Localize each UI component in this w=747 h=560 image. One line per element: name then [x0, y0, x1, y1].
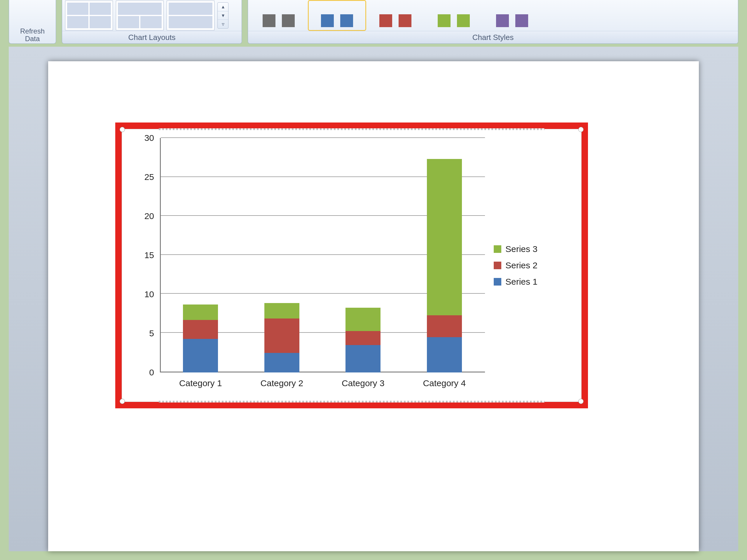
x-tick-label: Category 2 [241, 375, 323, 393]
chart-layout-option[interactable] [116, 1, 164, 30]
stacked-bar[interactable] [264, 303, 300, 372]
bar-segment[interactable] [427, 337, 462, 372]
legend-label: Series 3 [506, 244, 538, 254]
ribbon-group-chart-layouts: ▴ ▾ ▿ Chart Layouts [62, 0, 242, 44]
plot-area[interactable]: 051015202530 Category 1Category 2Categor… [134, 138, 485, 393]
style-swatch [398, 14, 411, 27]
bar-segment[interactable] [264, 303, 300, 319]
bar-segment[interactable] [345, 345, 381, 372]
refresh-data-button[interactable]: Refresh Data [12, 0, 53, 44]
bar-slot [404, 138, 485, 372]
chart-layout-option[interactable] [166, 1, 214, 30]
bars-container [160, 138, 485, 372]
resize-handle[interactable] [578, 399, 584, 404]
legend-item[interactable]: Series 2 [494, 261, 570, 270]
style-swatch [379, 14, 392, 27]
legend-item[interactable]: Series 1 [494, 277, 570, 287]
x-tick-label: Category 3 [323, 375, 404, 393]
legend-item[interactable]: Series 3 [494, 244, 570, 254]
stacked-bar[interactable] [183, 304, 218, 372]
document-page[interactable]: 051015202530 Category 1Category 2Categor… [48, 61, 699, 551]
y-tick-label: 30 [145, 133, 154, 143]
style-swatch [321, 14, 334, 27]
chart-highlight-border: 051015202530 Category 1Category 2Categor… [115, 123, 588, 408]
bar-segment[interactable] [264, 319, 300, 353]
stacked-bar[interactable] [345, 308, 381, 372]
ribbon-group-data: Refresh Data [9, 0, 56, 44]
stacked-bar[interactable] [427, 159, 462, 372]
ribbon-group-chart-styles: Chart Styles [248, 0, 738, 44]
x-tick-label: Category 4 [404, 375, 485, 393]
chart-layout-option[interactable] [65, 1, 113, 30]
document-workspace: 051015202530 Category 1Category 2Categor… [9, 47, 738, 551]
legend-label: Series 1 [506, 277, 538, 287]
refresh-data-label-1: Refresh [20, 27, 45, 35]
refresh-data-label-2: Data [25, 35, 40, 43]
y-tick-label: 10 [145, 289, 154, 299]
chevron-up-icon: ▴ [218, 3, 228, 11]
plot-wrap: 051015202530 Category 1Category 2Categor… [134, 138, 570, 393]
chart-layout-more-button[interactable]: ▴ ▾ ▿ [217, 2, 229, 29]
bar-segment[interactable] [264, 353, 300, 372]
expand-gallery-icon: ▿ [218, 20, 228, 28]
y-tick-label: 20 [145, 211, 154, 221]
x-axis-labels: Category 1Category 2Category 3Category 4 [160, 375, 485, 393]
chart-style-option[interactable] [368, 1, 423, 29]
resize-handle[interactable] [120, 399, 125, 404]
ribbon-group-label: Chart Styles [248, 31, 738, 44]
y-tick-label: 15 [145, 250, 154, 260]
style-swatch [438, 14, 450, 27]
chart-style-option[interactable] [484, 1, 540, 29]
bar-segment[interactable] [427, 315, 462, 337]
style-swatch [496, 14, 509, 27]
resize-handle[interactable] [120, 127, 125, 132]
x-tick-label: Category 1 [160, 375, 241, 393]
selection-edge[interactable] [159, 128, 544, 130]
style-swatch [263, 14, 276, 27]
y-tick-label: 25 [145, 172, 154, 182]
legend-label: Series 2 [506, 261, 538, 270]
legend-swatch [494, 278, 501, 286]
style-swatch [515, 14, 528, 27]
bar-segment[interactable] [183, 304, 218, 320]
ribbon-group-label: Chart Layouts [62, 31, 241, 44]
chart-style-option[interactable] [426, 1, 482, 29]
y-tick-label: 5 [149, 328, 154, 338]
style-swatch [282, 14, 295, 27]
selection-edge[interactable] [159, 401, 544, 402]
bar-segment[interactable] [427, 159, 462, 315]
y-tick-label: 0 [149, 368, 154, 377]
bar-slot [241, 138, 323, 372]
style-swatch [457, 14, 470, 27]
bar-segment[interactable] [345, 331, 381, 345]
y-axis: 051015202530 [134, 138, 157, 372]
bar-slot [323, 138, 404, 372]
chevron-down-icon: ▾ [218, 11, 228, 20]
embedded-chart[interactable]: 051015202530 Category 1Category 2Categor… [122, 129, 582, 402]
bar-segment[interactable] [183, 320, 218, 339]
chart-style-option[interactable] [309, 1, 365, 29]
legend-swatch [494, 262, 501, 269]
resize-handle[interactable] [578, 127, 584, 132]
bar-segment[interactable] [183, 339, 218, 372]
bar-slot [160, 138, 241, 372]
ribbon: Refresh Data ▴ [9, 0, 738, 44]
chart-style-option[interactable] [251, 1, 306, 29]
style-swatch [340, 14, 353, 27]
bar-segment[interactable] [345, 308, 381, 331]
legend-swatch [494, 245, 501, 253]
chart-legend[interactable]: Series 3Series 2Series 1 [485, 138, 570, 393]
